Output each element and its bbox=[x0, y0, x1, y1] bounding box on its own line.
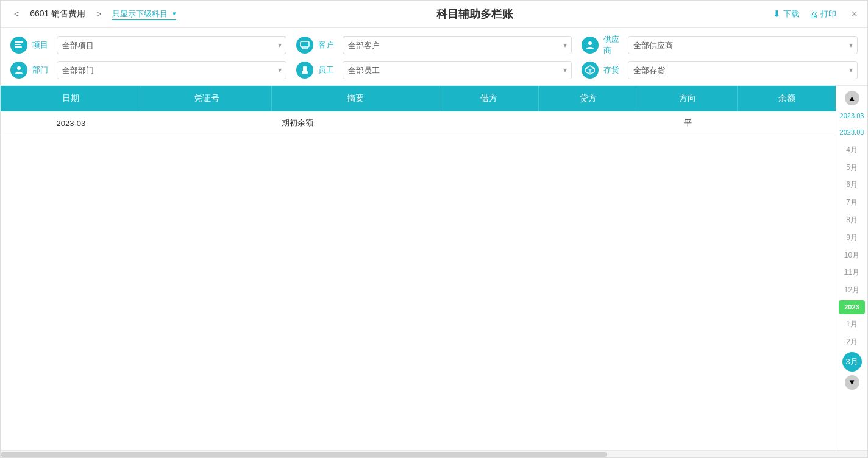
customer-select-wrapper[interactable]: 全部客户 bbox=[343, 36, 572, 54]
dept-label: 部门 bbox=[32, 65, 52, 76]
supplier-select-wrapper[interactable]: 全部供应商 bbox=[628, 36, 858, 54]
inventory-filter: 存货 全部存货 bbox=[582, 61, 858, 79]
inventory-select[interactable]: 全部存货 bbox=[628, 61, 858, 79]
col-date: 日期 bbox=[1, 86, 141, 111]
cell-balance bbox=[738, 111, 836, 135]
project-label: 项目 bbox=[32, 40, 52, 51]
svg-rect-3 bbox=[301, 41, 309, 47]
supplier-filter: 供应商 全部供应商 bbox=[582, 34, 858, 56]
supplier-label: 供应商 bbox=[603, 34, 623, 56]
scrollbar-thumb bbox=[1, 452, 607, 457]
sidebar-item-9month[interactable]: 9月 bbox=[836, 229, 867, 247]
sidebar-up-button[interactable]: ▲ bbox=[842, 88, 862, 108]
svg-rect-1 bbox=[15, 44, 21, 45]
col-credit: 贷方 bbox=[539, 86, 638, 111]
employee-icon bbox=[296, 62, 313, 79]
cell-date: 2023-03 bbox=[1, 111, 141, 135]
inventory-label: 存货 bbox=[603, 65, 623, 76]
horizontal-scrollbar[interactable] bbox=[1, 450, 867, 457]
cell-summary: 期初余额 bbox=[272, 111, 439, 135]
sidebar-item-3month[interactable]: 3月 bbox=[842, 352, 862, 372]
col-balance: 余额 bbox=[738, 86, 836, 111]
employee-label: 员工 bbox=[318, 65, 338, 76]
table-header-row: 日期 凭证号 摘要 借方 贷方 方向 余额 bbox=[1, 86, 836, 111]
supplier-select[interactable]: 全部供应商 bbox=[628, 36, 858, 54]
account-code: 6601 销售费用 bbox=[30, 9, 85, 19]
customer-select[interactable]: 全部客户 bbox=[343, 36, 572, 54]
col-voucher: 凭证号 bbox=[141, 86, 272, 111]
main-window: < 6601 销售费用 > 只显示下级科目 ▾ 科目辅助多栏账 ⬇ 下载 🖨 打… bbox=[0, 0, 868, 458]
up-arrow-icon: ▲ bbox=[845, 91, 859, 105]
customer-icon bbox=[296, 37, 313, 54]
customer-filter: 客户 全部客户 bbox=[296, 34, 572, 56]
sidebar-item-12month[interactable]: 12月 bbox=[836, 281, 867, 299]
col-debit: 借方 bbox=[439, 86, 539, 111]
col-direction: 方向 bbox=[638, 86, 738, 111]
employee-select-wrapper[interactable]: 全部员工 bbox=[343, 61, 572, 79]
svg-point-4 bbox=[588, 41, 592, 45]
dept-select-wrapper[interactable]: 全部部门 bbox=[57, 61, 286, 79]
filter-area: 项目 全部项目 客户 全部客户 bbox=[1, 28, 867, 86]
sidebar-item-11month[interactable]: 11月 bbox=[836, 264, 867, 281]
inventory-icon bbox=[582, 62, 599, 79]
print-button[interactable]: 🖨 打印 bbox=[809, 9, 836, 19]
dept-select[interactable]: 全部部门 bbox=[57, 61, 286, 79]
col-summary: 摘要 bbox=[272, 86, 439, 111]
inventory-select-wrapper[interactable]: 全部存货 bbox=[628, 61, 858, 79]
cell-voucher bbox=[141, 111, 272, 135]
cell-debit bbox=[439, 111, 539, 135]
download-icon: ⬇ bbox=[773, 9, 781, 19]
sidebar-item-5month[interactable]: 5月 bbox=[836, 159, 867, 177]
download-button[interactable]: ⬇ 下载 bbox=[773, 9, 799, 19]
svg-point-5 bbox=[17, 66, 21, 70]
dept-icon bbox=[10, 62, 27, 79]
down-arrow-icon: ▼ bbox=[845, 375, 859, 390]
cell-direction: 平 bbox=[638, 111, 738, 135]
dept-filter: 部门 全部部门 bbox=[10, 61, 286, 79]
employee-filter: 员工 全部员工 bbox=[296, 61, 572, 79]
next-account-button[interactable]: > bbox=[93, 8, 105, 20]
employee-select[interactable]: 全部员工 bbox=[343, 61, 572, 79]
project-select[interactable]: 全部项目 bbox=[57, 36, 286, 54]
svg-rect-6 bbox=[303, 66, 307, 71]
project-filter: 项目 全部项目 bbox=[10, 34, 286, 56]
prev-account-button[interactable]: < bbox=[10, 8, 23, 20]
show-sub-button[interactable]: 只显示下级科目 ▾ bbox=[112, 9, 176, 20]
print-icon: 🖨 bbox=[809, 9, 818, 19]
sidebar-item-7month[interactable]: 7月 bbox=[836, 194, 867, 211]
project-icon bbox=[10, 37, 27, 54]
supplier-icon bbox=[582, 37, 599, 54]
toolbar-right: ⬇ 下载 🖨 打印 × bbox=[773, 8, 858, 21]
sidebar-item-2month[interactable]: 2月 bbox=[836, 333, 867, 351]
chevron-down-icon: ▾ bbox=[173, 10, 176, 18]
sidebar-item-4month[interactable]: 4月 bbox=[836, 141, 867, 159]
content-wrapper: 日期 凭证号 摘要 借方 贷方 方向 余额 2023-03 期初余额 bbox=[1, 86, 867, 450]
sidebar-down-button[interactable]: ▼ bbox=[842, 373, 862, 392]
page-title: 科目辅助多栏账 bbox=[183, 7, 766, 21]
sidebar-item-6month[interactable]: 6月 bbox=[836, 176, 867, 194]
svg-rect-7 bbox=[302, 71, 308, 74]
close-button[interactable]: × bbox=[851, 8, 858, 21]
customer-label: 客户 bbox=[318, 40, 338, 51]
cell-credit bbox=[539, 111, 638, 135]
sidebar-item-year[interactable]: 2023 bbox=[839, 300, 865, 314]
project-select-wrapper[interactable]: 全部项目 bbox=[57, 36, 286, 54]
right-sidebar: ▲ 2023.03 2023.03 4月 5月 6月 7月 8月 9月 10月 … bbox=[836, 86, 867, 450]
svg-rect-2 bbox=[15, 46, 22, 48]
ledger-table: 日期 凭证号 摘要 借方 贷方 方向 余额 2023-03 期初余额 bbox=[1, 86, 836, 135]
sidebar-item-1month[interactable]: 1月 bbox=[836, 315, 867, 333]
sidebar-item-10month[interactable]: 10月 bbox=[836, 247, 867, 264]
table-area[interactable]: 日期 凭证号 摘要 借方 贷方 方向 余额 2023-03 期初余额 bbox=[1, 86, 836, 450]
svg-rect-0 bbox=[15, 41, 23, 43]
table-row: 2023-03 期初余额 平 bbox=[1, 111, 836, 135]
sidebar-item-1[interactable]: 2023.03 bbox=[836, 124, 867, 141]
top-bar: < 6601 销售费用 > 只显示下级科目 ▾ 科目辅助多栏账 ⬇ 下载 🖨 打… bbox=[1, 1, 867, 28]
sidebar-item-8month[interactable]: 8月 bbox=[836, 211, 867, 229]
sidebar-item-0[interactable]: 2023.03 bbox=[836, 108, 867, 124]
